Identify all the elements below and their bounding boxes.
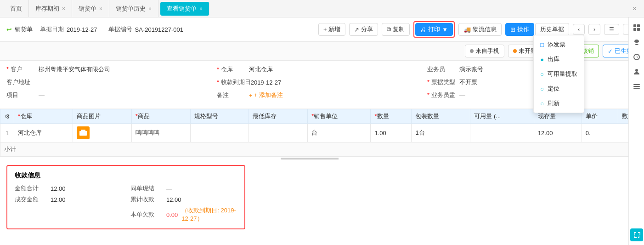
nav-prev-button[interactable]: ‹	[573, 24, 585, 35]
salesperson-value: —	[459, 92, 465, 99]
invoice-type-value: 不开票	[459, 78, 477, 86]
locate-icon: ○	[540, 85, 544, 92]
doc-title: ↩ 销货单	[6, 25, 33, 34]
due-date-note: （收款到期日: 2019-12-27）	[181, 206, 237, 223]
svg-rect-1	[81, 130, 85, 131]
operation-tabs: ⊞ 操作 历史单据	[505, 23, 569, 36]
tab-view-sales[interactable]: 查看销货单 ×	[160, 2, 209, 16]
refresh-item[interactable]: ○ 刷新	[534, 96, 584, 111]
svg-point-7	[635, 69, 638, 72]
col-min-stock: 最低库存	[249, 109, 308, 124]
add-invoice-item[interactable]: □ 添发票	[534, 37, 584, 52]
items-table: ⚙ *仓库 商品图片 *商品 规格型号 最低库存 *销售单位 *数量 包装数量 …	[0, 109, 644, 157]
doc-number-field: 单据编号 SA-20191227-001	[108, 25, 184, 34]
tab-sales-close[interactable]: ×	[99, 6, 102, 12]
tab-home[interactable]: 首页	[4, 0, 29, 17]
locate-item[interactable]: ○ 定位	[534, 81, 584, 96]
operation-tab[interactable]: ⊞ 操作	[505, 23, 534, 36]
outbound-item[interactable]: ● 出库	[534, 52, 584, 67]
payment-info-title: 收款信息	[15, 171, 237, 180]
from-phone-button[interactable]: 来自手机	[465, 45, 504, 57]
tab-inventory[interactable]: 库存期初 ×	[29, 0, 72, 17]
row-product-img	[73, 124, 131, 142]
tab-sales-history-close[interactable]: ×	[148, 6, 152, 12]
row-unit: 台	[308, 124, 371, 142]
sidebar-icon-4[interactable]	[630, 65, 643, 78]
col-settings[interactable]: ⚙	[0, 109, 14, 124]
sidebar-icon-2[interactable]	[630, 36, 643, 49]
sidebar-icon-1[interactable]	[630, 21, 643, 34]
subtotal-row: 小计	[0, 142, 644, 157]
product-thumbnail	[77, 126, 90, 139]
tab-sales-history[interactable]: 销货单历史 ×	[109, 0, 158, 17]
salesperson-label: 业务员盂	[427, 91, 459, 99]
available-qty-item[interactable]: ○ 可用量提取	[534, 67, 584, 81]
print-icon: 🖨	[420, 26, 426, 33]
svg-rect-2	[633, 24, 636, 27]
scroll-indicator	[281, 158, 363, 160]
col-unit: *销售单位	[308, 109, 371, 124]
doc-type: 销货单	[15, 25, 33, 34]
sidebar-icon-5[interactable]	[630, 80, 643, 93]
customer-value: 柳州粤港平安气体有限公司	[39, 65, 110, 74]
customer-label: 客户	[6, 65, 39, 74]
nav-next-button[interactable]: ›	[588, 24, 600, 35]
row-price: 0.	[582, 124, 618, 142]
cumulative-row: 累计收款 12.00	[130, 195, 237, 204]
main-content: ↩ 销货单 单据日期 2019-12-27 单据编号 SA-20191227-0…	[0, 17, 644, 245]
invoice-type-field: 票据类型 不开票	[427, 78, 638, 86]
new-button[interactable]: + 新增	[318, 23, 345, 36]
view-list-button[interactable]: ☰	[604, 24, 619, 35]
staff-value: 演示账号	[459, 65, 483, 74]
project-field: 项目 —	[6, 91, 217, 99]
due-date-value: 2019-12-27	[251, 79, 282, 86]
tab-sales[interactable]: 销货单 ×	[72, 0, 109, 17]
customer-field: 客户 柳州粤港平安气体有限公司	[6, 65, 217, 74]
expand-icon[interactable]	[630, 228, 643, 241]
transaction-value: 12.00	[51, 196, 66, 203]
balance-value: 0.00	[166, 211, 178, 218]
sidebar-icon-3[interactable]	[630, 51, 643, 63]
truck-icon: 🚚	[463, 26, 471, 33]
row-product-name: 嘻嘻嘻嘻	[131, 124, 190, 142]
refresh-icon: ○	[540, 100, 544, 107]
svg-rect-9	[633, 86, 640, 87]
doc-meta: 单据日期 2019-12-27 单据编号 SA-20191227-001	[40, 25, 311, 34]
effective-icon: ✓	[608, 48, 613, 55]
row-qty: 1.00	[371, 124, 412, 142]
svg-rect-3	[637, 24, 640, 27]
svg-rect-4	[633, 28, 636, 31]
svg-rect-5	[637, 28, 640, 31]
table-row: 1 河北仓库 嘻嘻嘻嘻	[0, 124, 644, 142]
row-pkg-qty: 1台	[412, 124, 470, 142]
history-tab[interactable]: 历史单据	[535, 23, 569, 36]
table-container: ⚙ *仓库 商品图片 *商品 规格型号 最低库存 *销售单位 *数量 包装数量 …	[0, 109, 644, 160]
number-value: SA-20191227-001	[135, 26, 184, 33]
col-qty: *数量	[371, 109, 412, 124]
tab-inventory-close[interactable]: ×	[62, 6, 65, 12]
amount-total-value: 12.00	[51, 185, 66, 192]
print-dropdown-arrow: ▼	[442, 26, 448, 33]
row-spec	[190, 124, 249, 142]
logistics-button[interactable]: 🚚 物流信息	[458, 23, 502, 36]
balance-row: 本单欠款 0.00 （收款到期日: 2019-12-27）	[130, 206, 237, 223]
col-product: *商品	[131, 109, 190, 124]
cumulative-label: 累计收款	[130, 195, 163, 204]
address-value: —	[39, 79, 45, 86]
print-highlight-box: 🖨 打印 ▼	[413, 21, 455, 38]
due-date-field: 收款到期日 2019-12-27	[217, 78, 427, 86]
add-note-link[interactable]: + + 添加备注	[249, 91, 283, 99]
warehouse-field: 仓库 河北仓库	[217, 65, 427, 74]
col-spec: 规格型号	[190, 109, 249, 124]
payment-info-box: 收款信息 金额合计 12.00 同单现结 — 成交金额 12.00 累计收款 1…	[6, 165, 245, 229]
phone-dot	[470, 49, 474, 53]
print-button[interactable]: 🖨 打印 ▼	[415, 23, 453, 36]
tab-view-sales-close[interactable]: ×	[199, 6, 203, 12]
share-button[interactable]: ↗ 分享	[349, 23, 378, 36]
share-icon: ↗	[354, 26, 359, 33]
copy-button[interactable]: ⧉ 复制	[382, 23, 410, 36]
close-all-button[interactable]: ×	[629, 5, 640, 13]
note-label: 备注	[217, 91, 249, 99]
plus-icon: +	[249, 92, 253, 99]
amount-total-row: 金额合计 12.00	[15, 184, 121, 193]
